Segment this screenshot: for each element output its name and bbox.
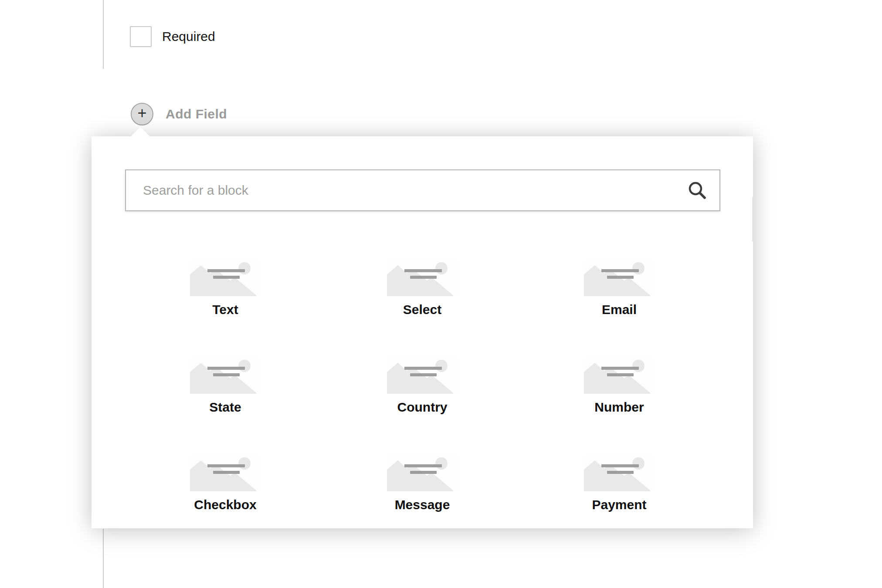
block-item[interactable]: Checkbox (190, 455, 261, 511)
image-placeholder-icon (584, 260, 655, 296)
image-placeholder-icon (190, 260, 261, 296)
add-field-button[interactable]: + Add Field (131, 103, 227, 125)
image-placeholder-icon (387, 260, 458, 296)
block-grid: Text Select Email State (127, 260, 718, 511)
form-builder-page: Required + Add Field Text (0, 0, 882, 588)
block-label: Select (403, 303, 441, 316)
add-field-label: Add Field (166, 107, 227, 122)
image-placeholder-icon (584, 455, 655, 491)
add-field-popup: Text Select Email State (92, 136, 753, 528)
block-label: Payment (592, 498, 646, 511)
block-label: State (209, 401, 241, 414)
block-label: Country (397, 401, 448, 414)
block-item[interactable]: Number (584, 358, 655, 414)
block-item[interactable]: State (190, 358, 261, 414)
image-placeholder-icon (190, 455, 261, 491)
block-search-input[interactable] (126, 170, 687, 210)
image-placeholder-icon (190, 358, 261, 394)
form-edge-line-top (103, 0, 104, 69)
block-item[interactable]: Text (190, 260, 261, 316)
block-item[interactable]: Select (387, 260, 458, 316)
block-label: Message (395, 498, 450, 511)
block-search-box (125, 169, 720, 211)
image-placeholder-icon (387, 358, 458, 394)
image-placeholder-icon (584, 358, 655, 394)
block-label: Email (602, 303, 637, 316)
block-item[interactable]: Country (387, 358, 458, 414)
popup-scrollbar-thumb[interactable] (752, 197, 754, 242)
block-item[interactable]: Email (584, 260, 655, 316)
image-placeholder-icon (387, 455, 458, 491)
block-item[interactable]: Message (387, 455, 458, 511)
form-edge-line-bottom (103, 529, 104, 588)
block-label: Checkbox (194, 498, 256, 511)
required-option-row: Required (130, 26, 215, 47)
block-label: Number (594, 401, 644, 414)
block-item[interactable]: Payment (584, 455, 655, 511)
search-icon[interactable] (687, 180, 707, 200)
plus-icon[interactable]: + (131, 103, 153, 125)
required-checkbox[interactable] (130, 26, 152, 47)
required-label: Required (162, 29, 215, 44)
block-label: Text (212, 303, 238, 316)
